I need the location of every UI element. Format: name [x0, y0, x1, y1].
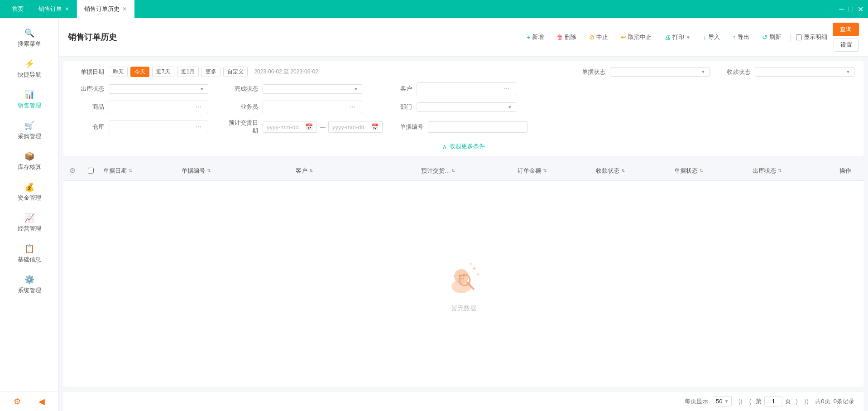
product-text-input[interactable] — [113, 104, 193, 111]
salesman-dots-icon[interactable]: ··· — [347, 103, 358, 111]
delivery-date-to[interactable]: yyyy-mm-dd 📅 — [328, 121, 383, 133]
page-total: 共0页, 0条记录 — [815, 397, 854, 406]
sort-no-icon[interactable]: ⇅ — [207, 168, 211, 173]
order-no-input[interactable] — [428, 121, 528, 133]
select-all-checkbox[interactable] — [88, 168, 94, 174]
cancel-stop-button[interactable]: ↩ 取消中止 — [617, 31, 655, 43]
stop-button[interactable]: ⊘ 中止 — [585, 31, 612, 43]
salesman-input[interactable]: ··· — [263, 101, 362, 113]
print-arrow-icon: ▼ — [686, 35, 691, 40]
sidebar-item-basic-info[interactable]: 📋 基础信息 — [0, 238, 58, 269]
th-date[interactable]: 单据日期 ⇅ — [100, 167, 178, 175]
print-button[interactable]: 🖨 打印 ▼ — [661, 31, 694, 43]
product-input[interactable]: ··· — [109, 101, 208, 113]
gear-icon[interactable]: ⚙ — [69, 166, 76, 175]
sort-customer-icon[interactable]: ⇅ — [309, 168, 313, 173]
refresh-button[interactable]: ↺ 刷新 — [758, 31, 785, 43]
maximize-btn[interactable]: □ — [849, 5, 853, 13]
th-warehouse[interactable]: 出库状态 ⇅ — [749, 167, 827, 175]
display-columns-toggle[interactable]: 显示明细 — [796, 33, 827, 41]
last-page-btn[interactable]: ⟩⟩ — [802, 397, 810, 406]
next-page-btn[interactable]: ⟩ — [794, 397, 800, 406]
date-btn-7days[interactable]: 近7天 — [152, 67, 174, 77]
warehouse-input[interactable]: ··· — [109, 121, 208, 133]
sidebar-item-operations[interactable]: 📈 经营管理 — [0, 208, 58, 238]
page-number-input[interactable] — [764, 396, 782, 406]
tab-sales-history-close[interactable]: ✕ — [122, 6, 127, 12]
sidebar-item-quick-nav[interactable]: ⚡ 快捷导航 — [0, 53, 58, 84]
sidebar-item-purchase[interactable]: 🛒 采购管理 — [0, 115, 58, 146]
customer-input[interactable]: ··· — [417, 82, 516, 95]
sidebar-item-inventory[interactable]: 📦 库存核算 — [0, 146, 58, 177]
close-btn[interactable]: ✕ — [858, 5, 863, 14]
order-status-select[interactable]: ▼ — [610, 67, 710, 77]
customer-label: 客户 — [380, 85, 417, 93]
finance-icon: 💰 — [24, 182, 34, 192]
sidebar-item-system[interactable]: ⚙️ 系统管理 — [0, 269, 58, 300]
export-button[interactable]: ↑ 导出 — [729, 31, 753, 43]
delivery-date-from[interactable]: yyyy-mm-dd 📅 — [263, 121, 317, 133]
th-amount[interactable]: 订单金额 ⇅ — [514, 167, 592, 175]
calendar-from-icon[interactable]: 📅 — [305, 123, 313, 131]
date-btn-today[interactable]: 今天 — [130, 67, 149, 77]
top-bar: 首页 销售订单 ✕ 销售订单历史 ✕ ─ □ ✕ — [0, 0, 868, 18]
sidebar-item-search-menu[interactable]: 🔍 搜索菜单 — [0, 23, 58, 53]
date-btn-yesterday[interactable]: 昨天 — [109, 67, 128, 77]
collapse-label: 收起更多条件 — [450, 142, 485, 150]
customer-text-input[interactable] — [421, 86, 501, 92]
svg-text:✦: ✦ — [468, 261, 473, 267]
th-payment[interactable]: 收款状态 ⇅ — [592, 167, 671, 175]
tab-sales-order-close[interactable]: ✕ — [65, 6, 69, 12]
export-icon: ↑ — [733, 34, 736, 41]
sort-delivery-icon[interactable]: ⇅ — [451, 168, 455, 173]
order-no-text-input[interactable] — [432, 124, 523, 131]
th-status[interactable]: 单据状态 ⇅ — [671, 167, 749, 175]
setting-button[interactable]: 设置 — [834, 38, 859, 52]
date-btn-1month[interactable]: 近1月 — [177, 67, 199, 77]
content-area: 销售订单历史 + 新增 🗑 删除 ⊘ 中止 ↩ 取消中止 — [59, 18, 868, 411]
th-delivery[interactable]: 预计交货... ⇅ — [417, 167, 513, 175]
delete-button[interactable]: 🗑 删除 — [553, 31, 580, 43]
th-customer[interactable]: 客户 ⇅ — [292, 167, 418, 175]
sort-status-icon[interactable]: ⇅ — [700, 168, 703, 173]
sidebar-collapse-icon[interactable]: ◀ — [38, 396, 45, 406]
minimize-btn[interactable]: ─ — [839, 5, 844, 13]
sort-amount-icon[interactable]: ⇅ — [543, 168, 547, 173]
customer-dots-icon[interactable]: ··· — [501, 85, 512, 93]
sidebar-item-sales[interactable]: 📊 销售管理 — [0, 84, 58, 115]
sidebar-item-sales-label: 销售管理 — [18, 102, 41, 110]
warehouse-text-input[interactable] — [113, 124, 193, 131]
date-btn-custom[interactable]: 自定义 — [223, 67, 248, 77]
salesman-text-input[interactable] — [267, 104, 347, 111]
sidebar-settings-icon[interactable]: ⚙ — [14, 396, 21, 406]
sort-payment-icon[interactable]: ⇅ — [621, 168, 625, 173]
sort-date-icon[interactable]: ⇅ — [129, 168, 132, 173]
new-button[interactable]: + 新增 — [523, 31, 547, 43]
warehouse-label: 仓库 — [72, 123, 109, 131]
department-select[interactable]: ▼ — [417, 102, 516, 112]
sort-warehouse-icon[interactable]: ⇅ — [778, 168, 782, 173]
department-label: 部门 — [380, 103, 417, 111]
warehouse-dots-icon[interactable]: ··· — [193, 123, 204, 131]
date-btn-more[interactable]: 更多 — [201, 67, 221, 77]
tab-sales-order[interactable]: 销售订单 ✕ — [31, 0, 77, 18]
query-button[interactable]: 查询 — [833, 23, 859, 36]
page-size-select[interactable]: 50 ▼ — [713, 396, 732, 406]
calendar-to-icon[interactable]: 📅 — [371, 123, 379, 131]
tab-sales-history[interactable]: 销售订单历史 ✕ — [77, 0, 134, 18]
product-dots-icon[interactable]: ··· — [193, 103, 204, 111]
import-button[interactable]: ↓ 导入 — [700, 31, 724, 43]
th-no[interactable]: 单据编号 ⇅ — [178, 167, 292, 175]
collapse-row[interactable]: ∧ 收起更多条件 — [72, 140, 854, 150]
first-page-btn[interactable]: ⟨⟨ — [736, 397, 744, 406]
warehouse-status-select[interactable]: ▼ — [109, 84, 208, 94]
tab-sales-order-label: 销售订单 — [38, 5, 62, 13]
prev-page-btn[interactable]: ⟨ — [747, 397, 753, 406]
th-checkbox[interactable] — [82, 168, 100, 174]
th-settings[interactable]: ⚙ — [63, 166, 82, 175]
payment-status-select[interactable]: ▼ — [755, 67, 854, 77]
tab-home[interactable]: 首页 — [5, 0, 31, 18]
display-columns-checkbox[interactable] — [796, 34, 802, 40]
sidebar-item-finance[interactable]: 💰 资金管理 — [0, 177, 58, 208]
completion-status-select[interactable]: ▼ — [263, 84, 362, 94]
